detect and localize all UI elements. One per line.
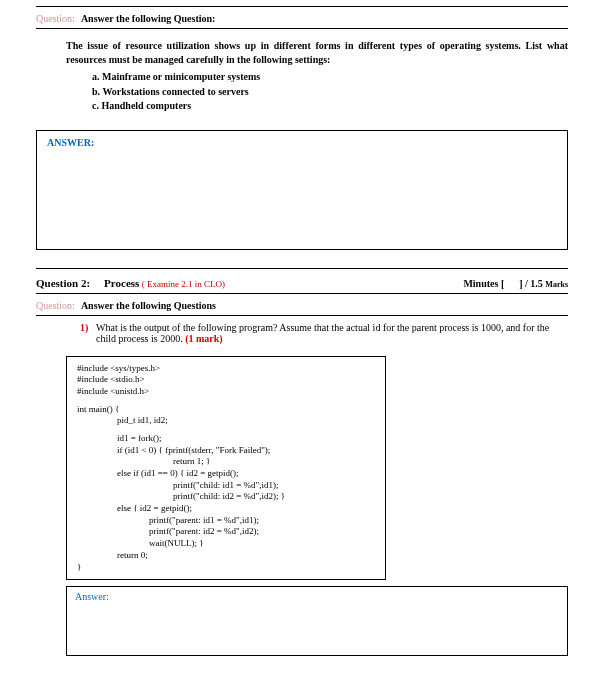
code-line: else if (id1 == 0) { id2 = getpid(); [77, 468, 375, 480]
code-line: int main() { [77, 404, 375, 416]
code-line: #include <stdio.h> [77, 374, 375, 386]
minutes-close: ] / 1.5 [519, 278, 543, 289]
code-line: return 0; [77, 550, 375, 562]
code-line: } [77, 562, 375, 574]
question2-header: Question 2: Process ( Examine 2.1 in CLO… [36, 269, 568, 293]
code-line: if (id1 < 0) { fprintf(stderr, "Fork Fai… [77, 445, 375, 457]
code-line: else { id2 = getpid(); [77, 503, 375, 515]
code-line: #include <sys/types.h> [77, 363, 375, 375]
answer-label-1: ANSWER: [47, 137, 94, 148]
section2-header: Question: Answer the following Questions [36, 294, 568, 315]
question-label: Question: [36, 300, 75, 311]
marks-label: Marks [545, 280, 568, 289]
question2-number: Question 2: [36, 277, 90, 289]
question2-title: Process [104, 277, 139, 289]
code-line: id1 = fork(); [77, 433, 375, 445]
q2-left: Question 2: Process ( Examine 2.1 in CLO… [36, 277, 225, 289]
code-line: printf("child: id2 = %d",id2); } [77, 491, 375, 503]
answer-label-2: Answer: [75, 591, 109, 602]
answer-box-2[interactable]: Answer: [66, 586, 568, 656]
answer-box-1[interactable]: ANSWER: [36, 130, 568, 250]
code-box: #include <sys/types.h> #include <stdio.h… [66, 356, 386, 581]
question2-paren: ( Examine 2.1 in CLO) [142, 279, 225, 289]
minutes-label: Minutes [ [463, 278, 504, 289]
code-line: wait(NULL); } [77, 538, 375, 550]
section1-header: Question: Answer the following Question: [36, 7, 568, 28]
list-item-b: b. Workstations connected to servers [92, 85, 568, 99]
code-line: printf("parent: id1 = %d",id1); [77, 515, 375, 527]
list-item-c: c. Handheld computers [92, 99, 568, 113]
section2-heading: Answer the following Questions [81, 300, 216, 311]
question1-text: The issue of resource utilization shows … [66, 39, 568, 66]
code-line: printf("child: id1 = %d",id1); [77, 480, 375, 492]
q2-right: Minutes [ ] / 1.5 Marks [463, 278, 568, 289]
question-label: Question: [36, 13, 75, 24]
code-line: #include <unistd.h> [77, 386, 375, 398]
subq1-text: What is the output of the following prog… [96, 322, 549, 344]
question1-body: The issue of resource utilization shows … [36, 29, 568, 124]
subq1-number: 1) [80, 322, 88, 333]
code-line: return 1; } [77, 456, 375, 468]
code-line: printf("parent: id2 = %d",id2); [77, 526, 375, 538]
subquestion-1: 1) What is the output of the following p… [36, 316, 568, 350]
section1-heading: Answer the following Question: [81, 13, 216, 24]
subq1-mark: (1 mark) [185, 333, 223, 344]
list-item-a: a. Mainframe or minicomputer systems [92, 70, 568, 84]
question1-list: a. Mainframe or minicomputer systems b. … [66, 70, 568, 113]
code-line: pid_t id1, id2; [77, 415, 375, 427]
